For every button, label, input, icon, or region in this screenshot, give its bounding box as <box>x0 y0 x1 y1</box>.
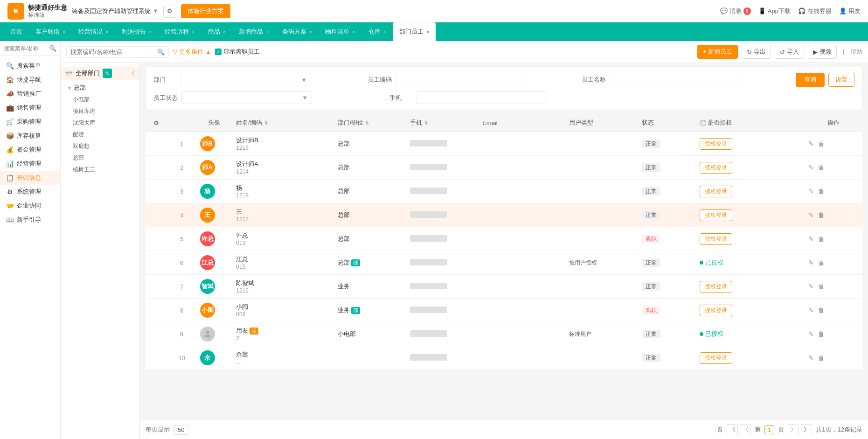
dept-child-peihuo[interactable]: 配货 <box>61 129 139 140</box>
help-text[interactable]: 帮助 <box>850 48 862 56</box>
nav-item-history[interactable]: 经营历程× <box>158 22 201 41</box>
query-button[interactable]: 查询 <box>796 73 825 87</box>
delete-icon[interactable]: 🗑 <box>818 235 824 243</box>
dept-child-shenyang[interactable]: 沈阳大库 <box>61 117 139 129</box>
nav-item-goods[interactable]: 商品× <box>201 22 232 41</box>
sidebar-item-operations[interactable]: 📊 经营管理 <box>0 157 60 171</box>
edit-icon[interactable]: ✎ <box>808 188 814 195</box>
close-icon[interactable]: × <box>352 29 355 35</box>
prev-button[interactable]: 〈 <box>740 424 751 435</box>
close-icon[interactable]: × <box>426 29 429 35</box>
dept-child-zhishu[interactable]: 植树王三 <box>61 164 139 175</box>
delete-icon[interactable]: 🗑 <box>818 330 824 338</box>
next-button[interactable]: 〉 <box>788 424 799 435</box>
dept-collapse-button[interactable]: 《 <box>129 70 135 77</box>
message-button[interactable]: 💬 消息 6 <box>720 7 751 15</box>
nav-item-warehouse[interactable]: 仓库× <box>362 22 393 41</box>
auth-login-button[interactable]: 授权登录 <box>700 281 732 293</box>
delete-icon[interactable]: 🗑 <box>818 211 824 219</box>
close-icon[interactable]: × <box>383 29 386 35</box>
edit-icon[interactable]: ✎ <box>808 307 814 314</box>
sidebar-item-inventory[interactable]: 📦 库存核算 <box>0 129 60 143</box>
dept-child-shuanglu[interactable]: 双鹿想 <box>61 140 139 152</box>
info-icon[interactable]: ⓘ <box>700 120 706 126</box>
col-name-header[interactable]: 姓名/编码 ⇅ <box>232 114 333 132</box>
edit-icon[interactable]: ✎ <box>808 211 814 219</box>
sidebar-item-finance[interactable]: 💰 资金管理 <box>0 143 60 157</box>
nav-item-barcode[interactable]: 条码方案× <box>276 22 319 41</box>
col-settings[interactable]: ⚙ <box>146 114 167 132</box>
delete-icon[interactable]: 🗑 <box>818 283 824 290</box>
sort-icon[interactable]: ⇅ <box>264 120 268 125</box>
app-download-button[interactable]: 📱 App下载 <box>758 7 791 15</box>
add-employee-button[interactable]: + 新增员工 <box>697 45 738 59</box>
delete-icon[interactable]: 🗑 <box>818 164 824 171</box>
close-icon[interactable]: × <box>192 29 194 35</box>
sidebar-item-system[interactable]: ⚙ 系统管理 <box>0 185 60 199</box>
search-input[interactable] <box>70 49 154 56</box>
help-icon[interactable]: ｜ <box>840 48 847 56</box>
gear-button[interactable]: ⚙ <box>163 5 176 18</box>
phone-input[interactable] <box>417 91 547 104</box>
sidebar-item-nav[interactable]: 🏠 快捷导航 <box>0 73 60 87</box>
nav-item-bom[interactable]: 物料清单× <box>319 22 361 41</box>
set-button[interactable]: 设置 <box>828 73 854 87</box>
edit-icon[interactable]: ✎ <box>808 283 814 290</box>
auth-login-button[interactable]: 授权登录 <box>700 209 732 221</box>
prev-prev-button[interactable]: 《 <box>727 424 738 435</box>
trial-button[interactable]: 体验行业方案 <box>181 4 230 18</box>
edit-icon[interactable]: ✎ <box>808 164 814 171</box>
edit-icon[interactable]: ✎ <box>808 354 814 362</box>
close-icon[interactable]: × <box>105 29 108 35</box>
edit-icon[interactable]: ✎ <box>808 259 814 266</box>
sort-icon[interactable]: ⇅ <box>365 120 369 125</box>
emp-name-input[interactable] <box>610 74 740 86</box>
auth-login-button[interactable]: 授权登录 <box>700 162 732 174</box>
dept-child-project[interactable]: 项目库房 <box>61 105 139 117</box>
auth-login-button[interactable]: 授权登录 <box>700 305 732 316</box>
sidebar-item-purchase[interactable]: 🛒 采购管理 <box>0 115 60 129</box>
per-page-value[interactable]: 50 <box>174 425 188 435</box>
dept-filter-select[interactable]: ▼ <box>181 74 311 86</box>
nav-item-home[interactable]: 首页 <box>4 22 29 41</box>
edit-icon[interactable]: ✎ <box>808 235 814 243</box>
col-dept-header[interactable]: 部门/职位 ⇅ <box>334 114 406 132</box>
chevron-down-icon[interactable]: ▼ <box>153 7 159 14</box>
edit-icon[interactable]: ✎ <box>808 140 814 147</box>
nav-item-add-goods[interactable]: 新增商品× <box>232 22 275 41</box>
online-service-button[interactable]: 🎧 在线客服 <box>798 7 832 15</box>
dept-child-xiaodian[interactable]: 小电部 <box>61 94 139 105</box>
auth-login-button[interactable]: 授权登录 <box>700 186 732 197</box>
current-page[interactable]: 1 <box>764 425 774 434</box>
sidebar-item-search[interactable]: 🔍 搜索菜单 <box>0 59 60 73</box>
export-button[interactable]: ↻ 导出 <box>742 45 771 59</box>
sidebar-item-guide[interactable]: 📖 新手引导 <box>0 213 60 227</box>
delete-icon[interactable]: 🗑 <box>818 354 824 362</box>
close-icon[interactable]: × <box>309 29 312 35</box>
more-filter-button[interactable]: ▽ 更多条件 ▲ <box>173 48 211 56</box>
delete-icon[interactable]: 🗑 <box>818 259 824 266</box>
auth-login-button[interactable]: 授权登录 <box>700 352 732 364</box>
sidebar-item-basic-info[interactable]: 📋 基础信息 <box>0 171 60 185</box>
close-icon[interactable]: × <box>223 29 226 35</box>
emp-status-select[interactable]: ▼ <box>181 91 312 104</box>
nav-item-dept[interactable]: 部门员工× <box>393 22 436 41</box>
auth-login-button[interactable]: 授权登录 <box>700 233 732 245</box>
delete-icon[interactable]: 🗑 <box>818 307 824 314</box>
nav-item-profit[interactable]: 利润报告× <box>115 22 158 41</box>
next-next-button[interactable]: 》 <box>801 424 812 435</box>
sidebar-item-marketing[interactable]: 📣 营销推广 <box>0 87 60 101</box>
dept-child-zongbu[interactable]: 总部 <box>61 152 139 164</box>
edit-icon[interactable]: ✎ <box>808 330 814 338</box>
dept-group-title[interactable]: ▼ 总部 <box>61 82 139 94</box>
auth-login-button[interactable]: 授权登录 <box>700 138 732 150</box>
sidebar-item-sales[interactable]: 💼 销售管理 <box>0 101 60 115</box>
close-icon[interactable]: × <box>266 29 269 35</box>
nav-item-operations[interactable]: 经营情况× <box>72 22 115 41</box>
emp-code-input[interactable] <box>396 74 526 86</box>
dept-all-item[interactable]: ## 全部部门 ✎ 《 <box>61 67 139 80</box>
import-button[interactable]: ↺ 导入 <box>775 45 804 59</box>
show-resign-toggle[interactable]: ✓ 显示离职员工 <box>215 48 260 56</box>
user-menu[interactable]: 👤 用友 <box>839 7 861 15</box>
close-icon[interactable]: × <box>149 29 152 35</box>
